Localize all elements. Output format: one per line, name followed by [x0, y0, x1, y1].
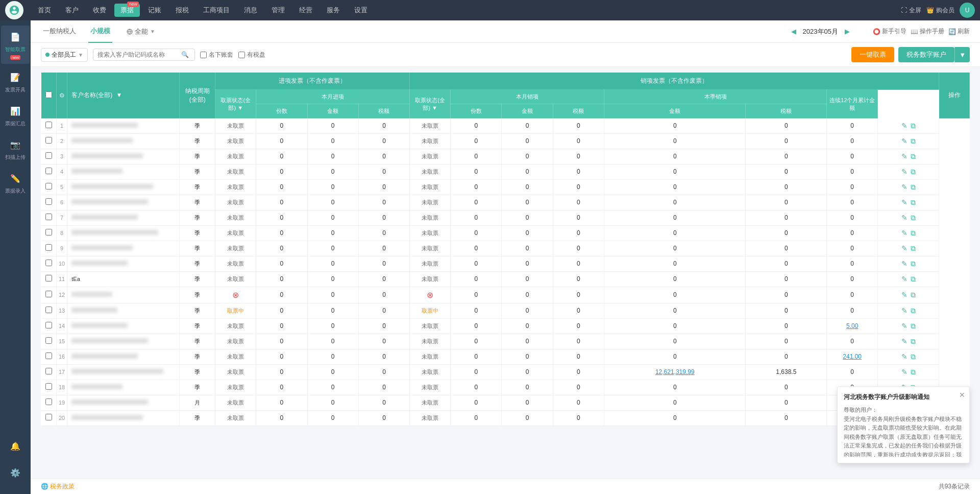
row-checkbox[interactable]: [45, 352, 52, 359]
edit-icon[interactable]: ✎: [901, 122, 908, 130]
row-checkbox[interactable]: [45, 183, 52, 190]
nav-home[interactable]: 首页: [32, 4, 57, 17]
sidebar-item-ticket-entry[interactable]: ✏️ 票据录入: [1, 167, 30, 199]
copy-icon[interactable]: ⧉: [911, 183, 916, 192]
refresh-btn[interactable]: 🔄 刷新: [948, 27, 970, 36]
yijian-qupiao-button[interactable]: 一键取票: [851, 47, 894, 62]
search-input[interactable]: [97, 51, 179, 58]
error-icon[interactable]: ⊗: [232, 291, 239, 299]
copy-icon[interactable]: ⧉: [911, 229, 916, 238]
edit-icon[interactable]: ✎: [901, 337, 908, 345]
row-checkbox[interactable]: [45, 137, 52, 144]
edit-icon[interactable]: ✎: [901, 352, 908, 361]
edit-icon[interactable]: ✎: [901, 168, 908, 176]
copy-icon[interactable]: ⧉: [911, 275, 916, 284]
manual-btn[interactable]: 📖 操作手册: [911, 27, 944, 36]
copy-icon[interactable]: ⧉: [911, 322, 916, 331]
client-filter-icon[interactable]: ▼: [116, 91, 122, 99]
edit-icon[interactable]: ✎: [901, 229, 908, 237]
nav-accounting[interactable]: 记账: [142, 4, 167, 17]
shuiwu-account-dropdown[interactable]: ▼: [954, 47, 970, 62]
shuiwu-account-button[interactable]: 税务数字账户: [898, 47, 954, 62]
row-checkbox[interactable]: [45, 168, 52, 174]
copy-icon[interactable]: ⧉: [911, 368, 916, 377]
xiao-error-icon[interactable]: ⊗: [427, 291, 433, 299]
taxpan-checkbox[interactable]: [238, 52, 245, 58]
search-icon[interactable]: 🔍: [181, 51, 189, 58]
nav-service[interactable]: 服务: [321, 4, 346, 17]
date-next-arrow[interactable]: ▶: [842, 27, 852, 37]
nav-setting[interactable]: 设置: [348, 4, 374, 17]
notification-close-btn[interactable]: ✕: [959, 391, 965, 399]
row-checkbox[interactable]: [45, 368, 52, 374]
benji-jine-link[interactable]: 12,621,319.99: [655, 368, 695, 375]
tab-general-taxpayer[interactable]: 一般纳税人: [41, 20, 78, 43]
tax-policy-link[interactable]: 🌐 税务政策: [41, 482, 75, 491]
nav-business[interactable]: 工商项目: [197, 4, 236, 17]
nav-ticket[interactable]: 票据 new: [114, 4, 140, 17]
jin-status-filter[interactable]: ▼: [237, 105, 243, 111]
copy-icon[interactable]: ⧉: [911, 214, 916, 222]
row-checkbox[interactable]: [45, 122, 52, 128]
copy-icon[interactable]: ⧉: [911, 152, 916, 161]
myzhangset-checkbox[interactable]: [200, 52, 207, 58]
row-checkbox[interactable]: [45, 152, 52, 159]
nav-fee[interactable]: 收费: [87, 4, 112, 17]
row-checkbox[interactable]: [45, 414, 52, 420]
row-checkbox[interactable]: [45, 260, 52, 266]
edit-icon[interactable]: ✎: [901, 244, 908, 252]
employee-select[interactable]: 全部员工 ▼: [41, 48, 88, 62]
edit-icon[interactable]: ✎: [901, 275, 908, 283]
nav-tax[interactable]: 报税: [169, 4, 195, 17]
edit-icon[interactable]: ✎: [901, 260, 908, 268]
nav-client[interactable]: 客户: [59, 4, 85, 17]
row-checkbox[interactable]: [45, 383, 52, 390]
row-checkbox[interactable]: [45, 322, 52, 328]
select-all-checkbox[interactable]: [45, 91, 52, 98]
nav-operation[interactable]: 经营: [293, 4, 318, 17]
copy-icon[interactable]: ⧉: [911, 291, 916, 299]
edit-icon[interactable]: ✎: [901, 214, 908, 222]
row-checkbox[interactable]: [45, 307, 52, 313]
nav-manage[interactable]: 管理: [265, 4, 291, 17]
edit-icon[interactable]: ✎: [901, 152, 908, 160]
copy-icon[interactable]: ⧉: [911, 307, 916, 315]
xiao-status-filter[interactable]: ▼: [432, 105, 437, 111]
sidebar-item-smart-ticket[interactable]: 📄 智能取票 new: [1, 26, 30, 64]
user-avatar[interactable]: U: [960, 3, 975, 18]
row-checkbox[interactable]: [45, 214, 52, 220]
row-checkbox[interactable]: [45, 291, 52, 297]
date-prev-arrow[interactable]: ◀: [789, 27, 799, 37]
guide-btn[interactable]: ⭕ 新手引导: [873, 27, 906, 36]
copy-icon[interactable]: ⧉: [911, 122, 916, 130]
copy-icon[interactable]: ⧉: [911, 260, 916, 268]
nav-message[interactable]: 消息: [238, 4, 263, 17]
sidebar-item-settings[interactable]: ⚙️: [1, 461, 30, 484]
copy-icon[interactable]: ⧉: [911, 198, 916, 207]
fullscreen-btn[interactable]: ⛶ 全屏: [901, 6, 921, 15]
lianxu-amount-link[interactable]: 5.00: [846, 322, 858, 330]
copy-icon[interactable]: ⧉: [911, 244, 916, 253]
row-checkbox[interactable]: [45, 398, 52, 405]
edit-icon[interactable]: ✎: [901, 183, 908, 191]
row-checkbox[interactable]: [45, 244, 52, 251]
sidebar-item-notification[interactable]: 🔔: [1, 435, 30, 457]
lianxu-amount-link[interactable]: 241.00: [843, 353, 862, 360]
copy-icon[interactable]: ⧉: [911, 352, 916, 361]
row-checkbox[interactable]: [45, 275, 52, 281]
sidebar-item-invoice-open[interactable]: 📝 发票开具: [1, 66, 30, 98]
edit-icon[interactable]: ✎: [901, 322, 908, 330]
copy-icon[interactable]: ⧉: [911, 168, 916, 176]
row-checkbox[interactable]: [45, 229, 52, 236]
edit-icon[interactable]: ✎: [901, 137, 908, 145]
copy-icon[interactable]: ⧉: [911, 137, 916, 146]
edit-icon[interactable]: ✎: [901, 198, 908, 206]
sidebar-item-scan-upload[interactable]: 📷 扫描上传: [1, 133, 30, 165]
edit-icon[interactable]: ✎: [901, 307, 908, 315]
edit-icon[interactable]: ✎: [901, 291, 908, 299]
row-checkbox[interactable]: [45, 198, 52, 205]
member-btn[interactable]: 👑 购会员: [926, 6, 954, 15]
tab-all[interactable]: 全能 ▼: [122, 21, 159, 42]
row-checkbox[interactable]: [45, 337, 52, 344]
sidebar-item-ticket-summary[interactable]: 📊 票据汇总: [1, 100, 30, 131]
